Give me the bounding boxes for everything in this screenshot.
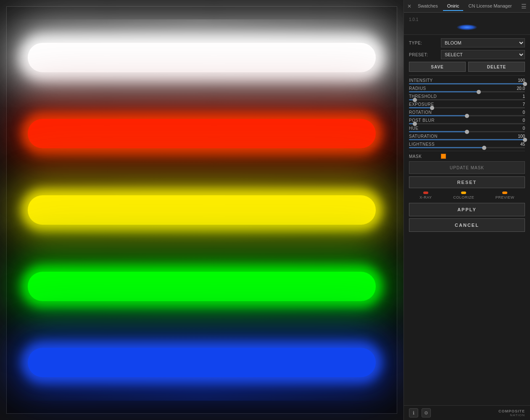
panel-header: ✕ Swatches Oniric CN License Manager ☰ (404, 0, 530, 13)
xray-dot (423, 192, 428, 194)
slider-header-3: EXPOSURE 7 (409, 102, 525, 107)
slider-label-7: SATURATION (409, 134, 438, 139)
cancel-button[interactable]: CANCEL (409, 218, 525, 232)
slider-track-6[interactable] (409, 131, 525, 132)
yellow-bar-wrapper (28, 195, 376, 225)
gear-icon-button[interactable]: ⚙ (422, 408, 431, 417)
tab-swatches[interactable]: Swatches (414, 2, 442, 11)
preview-label: PREVIEW (496, 195, 514, 200)
green-bar-wrapper (28, 272, 376, 301)
blue-glow-bar (28, 348, 376, 377)
slider-label-6: HUE (409, 126, 419, 131)
slider-fill-0 (409, 83, 525, 84)
slider-value-2: 1 (522, 94, 525, 99)
slider-label-4: ROTATION (409, 110, 432, 115)
slider-thumb-7[interactable] (523, 138, 527, 142)
slider-header-8: LIGHTNESS 45 (409, 142, 525, 147)
reset-button[interactable]: RESET (409, 176, 525, 188)
colorize-toggle[interactable]: COLORIZE (453, 192, 474, 200)
slider-thumb-6[interactable] (465, 130, 469, 134)
slider-track-4[interactable] (409, 115, 525, 116)
slider-thumb-0[interactable] (523, 82, 527, 86)
slider-thumb-1[interactable] (477, 90, 481, 94)
slider-saturation: SATURATION 100 (409, 134, 525, 140)
slider-value-1: 20.0 (517, 86, 525, 91)
type-row: TYPE: BLOOM (409, 38, 525, 47)
gear-icon: ⚙ (424, 410, 428, 416)
panel-menu-icon[interactable]: ☰ (521, 3, 527, 10)
slider-track-5[interactable] (409, 123, 525, 124)
slider-threshold: THRESHOLD 1 (409, 94, 525, 100)
slider-value-5: 0 (522, 118, 525, 123)
xray-label: X-RAY (419, 195, 432, 200)
canvas-area (0, 0, 403, 420)
slider-radius: RADIUS 20.0 (409, 86, 525, 92)
toggle-row: X-RAY COLORIZE PREVIEW (409, 192, 525, 200)
info-icon: ℹ (413, 410, 414, 416)
slider-rotation: ROTATION 0 (409, 110, 525, 116)
slider-fill-1 (409, 91, 479, 92)
slider-track-1[interactable] (409, 91, 525, 92)
green-glow-bar (28, 272, 376, 301)
blue-bar-wrapper (28, 348, 376, 377)
slider-lightness: LIGHTNESS 45 (409, 142, 525, 148)
slider-thumb-2[interactable] (413, 98, 417, 102)
mask-checkbox[interactable] (441, 154, 446, 159)
slider-track-0[interactable] (409, 83, 525, 84)
slider-label-1: RADIUS (409, 86, 426, 91)
apply-button[interactable]: APPLY (409, 203, 525, 216)
preset-select[interactable]: SELECT (441, 50, 525, 59)
red-bar-wrapper (28, 119, 376, 148)
yellow-glow-bar (28, 195, 376, 225)
logo-line2: NATION (498, 413, 525, 417)
right-panel: ✕ Swatches Oniric CN License Manager ☰ 1… (403, 0, 530, 420)
preview-toggle[interactable]: PREVIEW (496, 192, 514, 200)
update-mask-button[interactable]: UPDATE MASK (409, 161, 525, 174)
tab-oniric[interactable]: Oniric (443, 2, 464, 11)
slider-fill-8 (409, 147, 484, 148)
slider-track-3[interactable] (409, 107, 525, 108)
mask-row: MASK (409, 154, 525, 159)
preset-row: PRESET: SELECT (409, 50, 525, 59)
canvas-inner (6, 6, 397, 414)
delete-button[interactable]: DELETE (468, 62, 525, 72)
preview-dot (502, 192, 507, 194)
colorize-dot (461, 192, 466, 194)
slider-value-4: 0 (522, 110, 525, 115)
save-delete-row: SAVE DELETE (409, 62, 525, 72)
glow-orb (456, 24, 477, 30)
slider-track-8[interactable] (409, 147, 525, 148)
slider-thumb-3[interactable] (430, 106, 434, 110)
footer-icons: ℹ ⚙ (409, 408, 431, 417)
slider-thumb-8[interactable] (482, 146, 486, 150)
tab-cn-license[interactable]: CN License Manager (464, 2, 516, 11)
info-icon-button[interactable]: ℹ (409, 408, 418, 417)
logo-line1: COMPOSITE (498, 409, 525, 413)
separator-2 (409, 151, 525, 151)
version-area: 1.0.1 (404, 13, 530, 35)
red-glow-bar (28, 119, 376, 148)
panel-footer: ℹ ⚙ COMPOSITE NATION (404, 405, 530, 420)
panel-close-button[interactable]: ✕ (407, 3, 411, 9)
colorize-label: COLORIZE (453, 195, 474, 200)
sliders-container: INTENSITY 100 RADIUS 20.0 THRESHOLD 1 (409, 78, 525, 148)
slider-thumb-5[interactable] (413, 122, 417, 126)
slider-value-3: 7 (522, 102, 525, 107)
slider-track-7[interactable] (409, 139, 525, 140)
slider-label-8: LIGHTNESS (409, 142, 435, 147)
xray-toggle[interactable]: X-RAY (419, 192, 432, 200)
slider-value-8: 45 (520, 142, 525, 147)
panel-tabs: Swatches Oniric CN License Manager (411, 2, 521, 11)
slider-intensity: INTENSITY 100 (409, 78, 525, 84)
slider-track-2[interactable] (409, 99, 525, 100)
slider-fill-7 (409, 139, 525, 140)
slider-post-blur: POST BLUR 0 (409, 118, 525, 124)
white-glow-bar (28, 43, 376, 72)
mask-label: MASK (409, 154, 438, 159)
save-button[interactable]: SAVE (409, 62, 466, 72)
slider-label-0: INTENSITY (409, 78, 433, 83)
type-select[interactable]: BLOOM (441, 38, 525, 47)
slider-thumb-4[interactable] (465, 114, 469, 118)
slider-value-6: 0 (522, 126, 525, 131)
white-bar-wrapper (28, 43, 376, 72)
